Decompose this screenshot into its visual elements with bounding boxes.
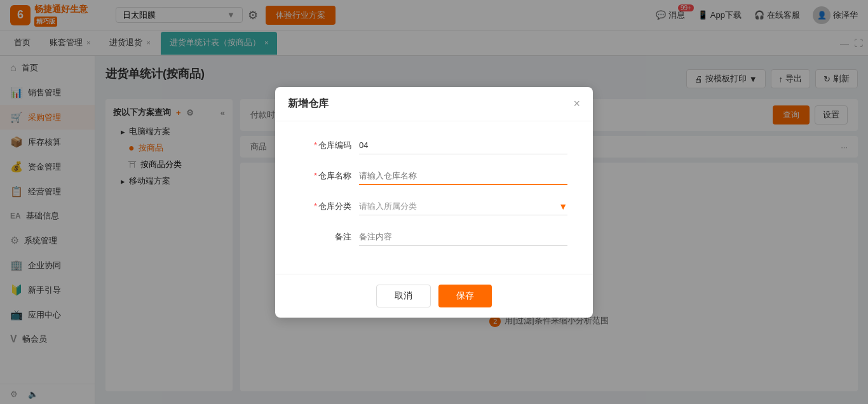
form-row-code: 仓库编码	[301, 137, 567, 154]
category-select-wrap: 请输入所属分类 ▼	[359, 198, 567, 215]
code-input[interactable]	[359, 137, 567, 154]
code-label: 仓库编码	[301, 140, 351, 151]
category-select[interactable]: 请输入所属分类	[359, 198, 567, 215]
form-row-category: 仓库分类 请输入所属分类 ▼	[301, 198, 567, 215]
modal-close-button[interactable]: ×	[573, 97, 580, 111]
name-label: 仓库名称	[301, 170, 351, 182]
modal-header: 新增仓库 ×	[275, 87, 593, 121]
save-button[interactable]: 保存	[438, 285, 492, 307]
modal-body: 仓库编码 仓库名称 仓库分类 请输入所属分类 ▼ 备注	[275, 121, 593, 274]
cancel-button[interactable]: 取消	[376, 285, 431, 307]
name-input[interactable]	[359, 167, 567, 185]
modal-title: 新增仓库	[288, 97, 329, 111]
modal-footer: 取消 保存	[275, 274, 593, 318]
form-row-remark: 备注	[301, 228, 567, 246]
form-row-name: 仓库名称	[301, 167, 567, 185]
modal-overlay[interactable]: 新增仓库 × 仓库编码 仓库名称 仓库分类 请输入所属分类 ▼	[0, 0, 868, 404]
remark-input[interactable]	[359, 228, 567, 246]
remark-label: 备注	[301, 231, 351, 243]
add-warehouse-modal: 新增仓库 × 仓库编码 仓库名称 仓库分类 请输入所属分类 ▼	[275, 87, 593, 318]
category-label: 仓库分类	[301, 201, 351, 212]
